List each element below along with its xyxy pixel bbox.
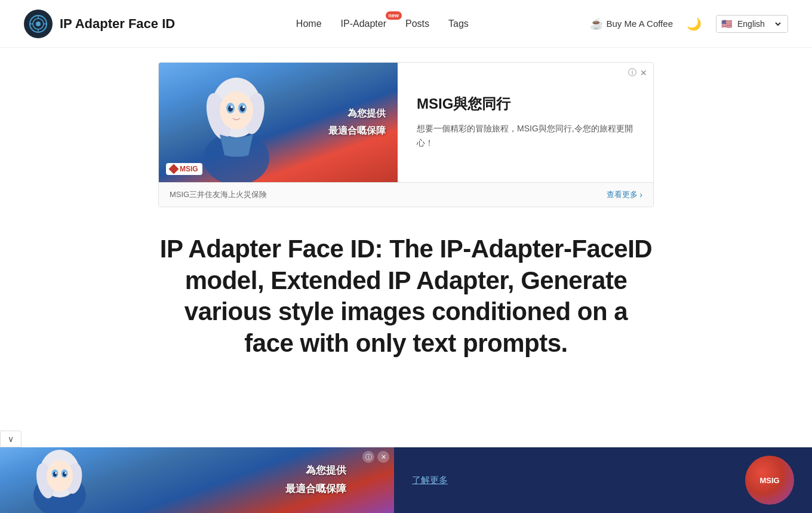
ad-image-section: 為您提供 最適合嘅保障 MSIG xyxy=(159,63,398,182)
coffee-icon: ☕ xyxy=(590,17,603,30)
bottom-ad-controls: ⓘ ✕ xyxy=(362,451,389,460)
top-ad-banner: ⓘ ✕ xyxy=(158,62,654,207)
ad-anime-bg: 為您提供 最適合嘅保障 MSIG xyxy=(159,63,398,182)
ad-image-overlay-text: 為您提供 最適合嘅保障 xyxy=(328,105,386,140)
svg-point-17 xyxy=(242,106,245,108)
ad-description: 想要一個精彩的冒險旅程，MSIG與您同行,令您的旅程更開心！ xyxy=(417,122,634,150)
nav-ip-adapter-wrapper: IP-Adapter new xyxy=(341,19,386,29)
ad-footer-text: MSIG三井住友海上火災保険 xyxy=(170,189,267,200)
language-dropdown[interactable]: English 中文 日本語 한국어 xyxy=(735,19,783,29)
nav-tags[interactable]: Tags xyxy=(448,19,469,29)
ad-controls: ⓘ ✕ xyxy=(628,67,647,78)
nav-posts[interactable]: Posts xyxy=(405,19,429,29)
nav-home[interactable]: Home xyxy=(296,19,322,29)
new-badge: new xyxy=(386,11,402,20)
article-heading: IP Adapter Face ID: The IP-Adapter-FaceI… xyxy=(158,234,654,359)
bottom-ad-info-button[interactable]: ⓘ xyxy=(362,451,374,460)
brand-logo xyxy=(24,10,53,38)
moon-icon: 🌙 xyxy=(687,17,702,31)
expand-bottom-button[interactable]: ∨ xyxy=(0,431,21,447)
language-selector: 🇺🇸 English 中文 日本語 한국어 xyxy=(716,15,788,33)
ad-more-label: 查看更多 xyxy=(607,189,638,200)
bottom-ad-close-button[interactable]: ✕ xyxy=(377,451,389,460)
ad-close-button[interactable]: ✕ xyxy=(640,68,647,78)
nav-links: Home IP-Adapter new Posts Tags xyxy=(296,19,469,29)
ad-content-section: MSIG與您同行 想要一個精彩的冒險旅程，MSIG與您同行,令您的旅程更開心！ xyxy=(398,63,653,182)
bottom-msig-badge: MSIG xyxy=(745,456,794,460)
ad-more-arrow-icon: › xyxy=(639,190,642,199)
bottom-ad-image: 為您提供 最適合嘅保障 ⓘ ✕ xyxy=(0,447,394,460)
brand-link[interactable]: IP Adapter Face ID xyxy=(24,10,175,38)
ad-info-button[interactable]: ⓘ xyxy=(628,67,636,78)
buy-coffee-label: Buy Me A Coffee xyxy=(607,19,673,29)
nav-ip-adapter[interactable]: IP-Adapter xyxy=(341,19,386,29)
svg-point-19 xyxy=(39,450,80,460)
msig-label: MSIG xyxy=(180,165,198,173)
dark-mode-button[interactable]: 🌙 xyxy=(684,13,705,35)
svg-point-2 xyxy=(36,21,41,26)
bottom-ad-right: 了解更多 MSIG xyxy=(394,447,812,460)
main-content: ⓘ ✕ xyxy=(146,48,666,460)
logo-icon xyxy=(28,14,48,34)
buy-coffee-button[interactable]: ☕ Buy Me A Coffee xyxy=(590,17,673,30)
navbar-right: ☕ Buy Me A Coffee 🌙 🇺🇸 English 中文 日本語 한국… xyxy=(590,13,788,35)
brand-title: IP Adapter Face ID xyxy=(60,16,175,32)
navbar: IP Adapter Face ID Home IP-Adapter new P… xyxy=(0,0,812,48)
bottom-anime-character xyxy=(12,447,107,460)
ad-more-link[interactable]: 查看更多 › xyxy=(607,189,642,200)
svg-point-16 xyxy=(230,106,233,108)
flag-icon: 🇺🇸 xyxy=(721,19,733,29)
msig-logo: MSIG xyxy=(166,163,202,175)
ad-banner-inner: 為您提供 最適合嘅保障 MSIG MSIG與您同行 想要一個精彩的冒險旅程，MS… xyxy=(159,63,653,182)
svg-point-11 xyxy=(220,91,253,130)
ad-footer: MSIG三井住友海上火災保険 查看更多 › xyxy=(159,182,653,207)
ad-title: MSIG與您同行 xyxy=(417,94,634,113)
bottom-ad-banner: 為您提供 最適合嘅保障 ⓘ ✕ 了解更多 MSIG xyxy=(0,447,812,460)
